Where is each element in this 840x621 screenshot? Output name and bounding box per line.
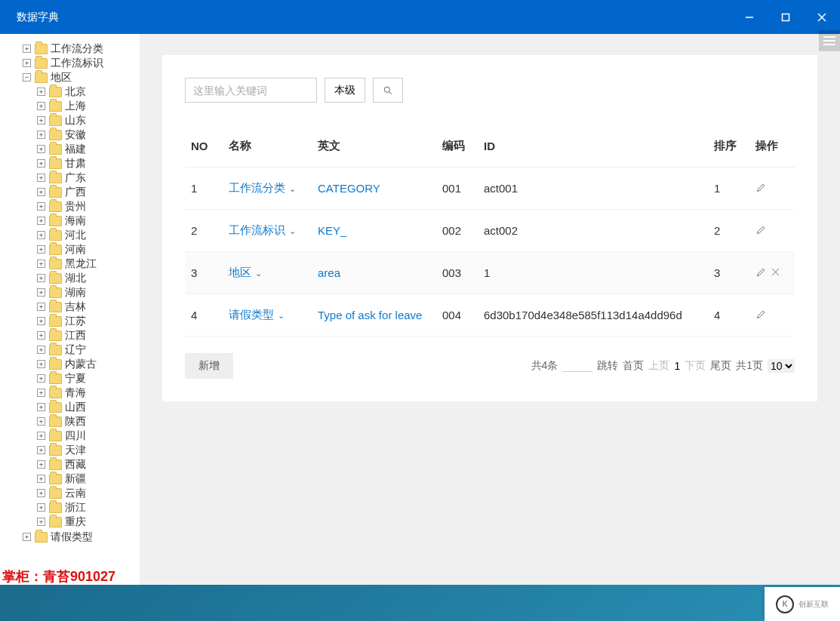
tree-node[interactable]: +吉林 [0,300,140,314]
cell-english[interactable]: Type of ask for leave [312,294,436,337]
tree-toggle-icon[interactable]: + [37,360,45,368]
tree-toggle-icon[interactable]: + [37,202,45,211]
pg-jump-input[interactable] [562,360,592,372]
pg-prev[interactable]: 上页 [648,359,669,373]
tree-node[interactable]: +河南 [0,242,140,257]
tree-node[interactable]: −地区 [0,70,140,85]
pg-size-select[interactable]: 10 [768,359,795,373]
edit-icon[interactable] [755,309,767,320]
tree-toggle-icon[interactable]: + [37,374,45,383]
tree-toggle-icon[interactable]: + [37,331,45,340]
cell-english[interactable]: CATEGORY [312,168,436,210]
tree-node[interactable]: +福建 [0,142,140,156]
tree-toggle-icon[interactable]: + [37,460,45,469]
pg-first[interactable]: 首页 [623,359,644,373]
cell-english[interactable]: area [312,252,436,294]
tree-toggle-icon[interactable]: + [37,389,45,397]
tree-node[interactable]: +甘肃 [0,156,140,171]
tree-toggle-icon[interactable]: + [37,159,45,168]
cell-name[interactable]: 工作流标识⌄ [223,210,312,252]
tree-node[interactable]: +浙江 [0,500,140,515]
pg-last[interactable]: 尾页 [710,359,731,373]
tree-node[interactable]: +工作流标识 [0,56,140,70]
tree-toggle-icon[interactable]: + [37,116,45,125]
tree-toggle-icon[interactable]: − [23,73,31,81]
tree-node[interactable]: +河北 [0,228,140,242]
edit-icon[interactable] [755,224,767,235]
tree-node[interactable]: +安徽 [0,128,140,142]
tree-toggle-icon[interactable]: + [37,245,45,254]
drawer-toggle[interactable] [819,30,840,51]
chevron-down-icon[interactable]: ⌄ [289,184,296,193]
tree-node[interactable]: +天津 [0,443,140,457]
level-filter-button[interactable]: 本级 [325,78,365,103]
tree-node[interactable]: +广西 [0,185,140,199]
tree-node[interactable]: +宁夏 [0,371,140,386]
tree-toggle-icon[interactable]: + [37,432,45,440]
tree-toggle-icon[interactable]: + [37,475,45,483]
minimize-button[interactable] [731,0,768,34]
tree-toggle-icon[interactable]: + [37,274,45,282]
tree-toggle-icon[interactable]: + [37,288,45,297]
tree-toggle-icon[interactable]: + [37,188,45,196]
tree-toggle-icon[interactable]: + [37,403,45,411]
tree-node[interactable]: +江西 [0,328,140,343]
tree-toggle-icon[interactable]: + [37,231,45,239]
tree-toggle-icon[interactable]: + [37,260,45,268]
tree-toggle-icon[interactable]: + [23,45,31,53]
tree-node[interactable]: +北京 [0,85,140,99]
tree-toggle-icon[interactable]: + [37,503,45,512]
chevron-down-icon[interactable]: ⌄ [289,226,296,235]
tree-toggle-icon[interactable]: + [37,489,45,497]
tree-node[interactable]: +工作流分类 [0,42,140,56]
tree-node[interactable]: +海南 [0,214,140,228]
edit-icon[interactable] [755,266,767,278]
edit-icon[interactable] [755,182,767,193]
tree-toggle-icon[interactable]: + [37,88,45,96]
pg-jump[interactable]: 跳转 [597,359,618,373]
tree-node[interactable]: +江苏 [0,314,140,328]
tree-node[interactable]: +湖北 [0,271,140,285]
chevron-down-icon[interactable]: ⌄ [255,269,262,278]
tree-node[interactable]: +上海 [0,99,140,113]
tree-toggle-icon[interactable]: + [37,317,45,325]
tree-toggle-icon[interactable]: + [37,131,45,139]
add-button[interactable]: 新增 [185,353,233,379]
tree-toggle-icon[interactable]: + [37,446,45,454]
tree-node[interactable]: +云南 [0,486,140,500]
tree-node[interactable]: +内蒙古 [0,357,140,371]
tree-node[interactable]: +西藏 [0,457,140,472]
tree-node[interactable]: +山东 [0,113,140,128]
tree-node[interactable]: +辽宁 [0,343,140,357]
tree-node[interactable]: +湖南 [0,285,140,300]
cell-english[interactable]: KEY_ [312,210,436,252]
tree-toggle-icon[interactable]: + [37,346,45,354]
search-input[interactable] [185,78,317,103]
tree-toggle-icon[interactable]: + [37,303,45,311]
tree-node[interactable]: +陕西 [0,414,140,429]
close-button[interactable] [804,0,840,34]
tree-toggle-icon[interactable]: + [23,533,31,541]
tree-toggle-icon[interactable]: + [37,174,45,182]
tree-node[interactable]: +重庆 [0,515,140,529]
tree-node[interactable]: +黑龙江 [0,257,140,271]
tree-node[interactable]: +贵州 [0,199,140,214]
tree-toggle-icon[interactable]: + [37,102,45,110]
tree-toggle-icon[interactable]: + [37,518,45,526]
cell-name[interactable]: 请假类型⌄ [223,294,312,337]
maximize-button[interactable] [768,0,804,34]
tree-node[interactable]: +四川 [0,429,140,443]
tree-toggle-icon[interactable]: + [37,145,45,153]
chevron-down-icon[interactable]: ⌄ [278,311,285,320]
tree-node[interactable]: +新疆 [0,472,140,486]
tree-toggle-icon[interactable]: + [23,59,31,67]
tree-node[interactable]: +广东 [0,171,140,185]
tree-node[interactable]: +请假类型 [0,530,140,544]
pg-next[interactable]: 下页 [685,359,706,373]
tree-toggle-icon[interactable]: + [37,217,45,225]
delete-icon[interactable] [770,266,781,278]
tree-toggle-icon[interactable]: + [37,417,45,426]
cell-name[interactable]: 工作流分类⌄ [223,168,312,210]
tree-node[interactable]: +山西 [0,400,140,414]
search-button[interactable] [373,78,403,103]
